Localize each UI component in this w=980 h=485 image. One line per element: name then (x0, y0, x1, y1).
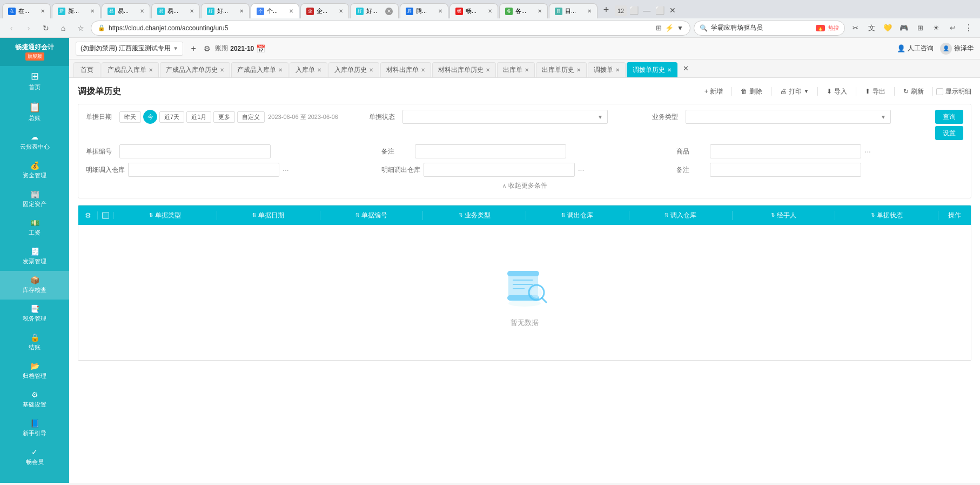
goods-dots-btn[interactable]: ··· (864, 147, 871, 156)
forward-btn[interactable]: › (22, 21, 36, 35)
service-btn[interactable]: 👤 人工咨询 (897, 44, 934, 53)
tab8-close[interactable]: ✕ (385, 8, 393, 15)
sidebar-item-fixed-asset[interactable]: 🏢 固定资产 (0, 185, 69, 214)
th-check[interactable] (98, 212, 114, 219)
remark-input[interactable] (415, 144, 566, 158)
user-info[interactable]: 👤 徐泽华 (940, 43, 974, 55)
date-btn-more[interactable]: 更多 (213, 111, 235, 123)
browser-tab-3[interactable]: 易 易... ✕ (102, 3, 150, 18)
export-btn[interactable]: ⬆ 导出 (860, 84, 891, 98)
date-btn-custom[interactable]: 自定义 (237, 111, 265, 123)
transfer-history-tab-close[interactable]: ✕ (667, 67, 672, 73)
in-order-tab-close[interactable]: ✕ (317, 67, 321, 73)
sidebar-item-report[interactable]: ☁ 云报表中心 (0, 128, 69, 156)
browser-tab-12[interactable]: 目 目... ✕ (549, 3, 598, 18)
page-tab-out-history[interactable]: 出库单历史 ✕ (536, 62, 587, 77)
page-tab-product-in[interactable]: 产成品入库单 ✕ (102, 62, 159, 77)
browser-tab-5[interactable]: 好 好... ✕ (201, 3, 250, 18)
sidebar-item-payroll[interactable]: 💵 工资 (0, 214, 69, 242)
th-order-type[interactable]: ⇅ 单据类型 (114, 211, 217, 220)
browser-tab-1[interactable]: 在 在... ✕ (2, 3, 51, 18)
out-history-tab-close[interactable]: ✕ (576, 67, 581, 73)
page-tab-transfer-history[interactable]: 调拨单历史 ✕ (627, 62, 677, 77)
tab3-close[interactable]: ✕ (140, 8, 144, 14)
page-tab-transfer[interactable]: 调拨单 ✕ (588, 62, 626, 77)
biztype-select[interactable]: ▼ (686, 110, 891, 124)
print-btn[interactable]: 🖨 打印 ▼ (775, 84, 814, 98)
sidebar-item-archive[interactable]: 📂 归档管理 (0, 357, 69, 386)
maximize-btn[interactable]: ⬜ (654, 4, 666, 16)
sidebar-item-capital[interactable]: 💰 资金管理 (0, 156, 69, 185)
collapse-bar[interactable]: ∧ 收起更多条件 (86, 179, 963, 192)
status-select[interactable]: ▼ (402, 110, 608, 124)
game-icon[interactable]: 🎮 (897, 21, 911, 35)
th-out-warehouse[interactable]: ⇅ 调出仓库 (526, 211, 629, 220)
tab-active-close[interactable]: ✕ (289, 8, 293, 14)
product-in2-tab-close[interactable]: ✕ (278, 67, 283, 73)
in-history-tab-close[interactable]: ✕ (369, 67, 373, 73)
date-btn-7days[interactable]: 近7天 (159, 111, 184, 123)
sidebar-item-inventory[interactable]: 📦 库存核查 (0, 271, 69, 300)
out-order-tab-close[interactable]: ✕ (525, 67, 529, 73)
lightning-icon[interactable]: ⚡ (665, 24, 674, 32)
browser-tab-active[interactable]: 个 个... ✕ (251, 3, 299, 18)
display-toggle[interactable]: 显示明细 (936, 87, 971, 96)
sidebar-item-member[interactable]: ✓ 畅会员 (0, 443, 69, 471)
th-order-date[interactable]: ⇅ 单据日期 (217, 211, 320, 220)
page-tab-in-order[interactable]: 入库单 ✕ (290, 62, 327, 77)
import-btn[interactable]: ⬇ 导入 (821, 84, 853, 98)
orderno-input[interactable] (119, 144, 271, 158)
product-in-history-tab-close[interactable]: ✕ (220, 67, 224, 73)
detail-out-dots-btn[interactable]: ··· (578, 165, 585, 174)
expand-icon[interactable]: ▼ (677, 24, 683, 32)
browser-tab-4[interactable]: 易 易... ✕ (151, 3, 200, 18)
date-btn-today[interactable]: 今 (143, 110, 157, 124)
date-btn-yesterday[interactable]: 昨天 (119, 111, 141, 123)
browser-tab-9[interactable]: 腾 腾... ✕ (400, 3, 448, 18)
settings-gear-icon[interactable]: ⚙ (204, 44, 211, 53)
th-order-no[interactable]: ⇅ 单据编号 (320, 211, 424, 220)
tab12-close[interactable]: ✕ (587, 8, 592, 14)
close-all-tabs-btn[interactable]: ✕ (679, 61, 693, 76)
page-tab-product-in-history[interactable]: 产成品入库单历史 ✕ (160, 62, 230, 77)
new-btn[interactable]: + 新增 (699, 84, 728, 98)
menu-dots-icon[interactable]: ⋮ (962, 21, 976, 35)
minimize-btn[interactable]: — (641, 4, 653, 16)
filter-settings-btn[interactable]: 设置 (935, 126, 963, 140)
wallet-icon[interactable]: 💛 (881, 21, 895, 35)
brightness-icon[interactable]: ☀ (929, 21, 943, 35)
tab10-close[interactable]: ✕ (488, 8, 492, 14)
material-out-history-tab-close[interactable]: ✕ (486, 67, 490, 73)
search-bar[interactable]: 🔍 学霸应聘场驱鸟员 🔥 热搜 (694, 21, 845, 36)
th-status[interactable]: ⇅ 单据状态 (835, 211, 938, 220)
transfer-tab-close[interactable]: ✕ (615, 67, 620, 73)
translate-icon[interactable]: 文 (864, 21, 878, 35)
th-handler[interactable]: ⇅ 经手人 (733, 211, 836, 220)
page-tab-in-history[interactable]: 入库单历史 ✕ (328, 62, 379, 77)
browser-tab-7[interactable]: 企 企... ✕ (300, 3, 349, 18)
add-company-btn[interactable]: + (187, 43, 199, 55)
home-btn[interactable]: ⌂ (56, 21, 70, 35)
detail-out-input[interactable] (424, 163, 575, 177)
sidebar-item-tax[interactable]: 📑 税务管理 (0, 300, 69, 328)
detail-in-dots-btn[interactable]: ··· (283, 165, 289, 174)
tab2-close[interactable]: ✕ (90, 8, 95, 14)
detail-in-input[interactable] (128, 163, 279, 177)
material-out-tab-close[interactable]: ✕ (421, 67, 425, 73)
th-in-warehouse[interactable]: ⇅ 调入仓库 (629, 211, 733, 220)
refresh-btn[interactable]: ↻ (39, 21, 53, 35)
browser-tab-8[interactable]: 好 好... ✕ (350, 3, 399, 18)
delete-btn[interactable]: 🗑 删除 (735, 84, 768, 98)
sidebar-item-home[interactable]: ⊞ 首页 (0, 66, 69, 97)
remark2-input[interactable] (710, 163, 861, 177)
back-btn[interactable]: ‹ (4, 21, 18, 35)
th-gear[interactable]: ⚙ (78, 211, 98, 220)
sidebar-item-guide[interactable]: 📘 新手引导 (0, 414, 69, 443)
scissors-icon[interactable]: ✂ (848, 21, 862, 35)
new-tab-button[interactable]: + (599, 2, 614, 17)
browser-tab-2[interactable]: 新 新... ✕ (52, 3, 100, 18)
tab11-close[interactable]: ✕ (538, 8, 542, 14)
tab9-close[interactable]: ✕ (438, 8, 442, 14)
extensions-icon[interactable]: ⬜ (628, 4, 640, 16)
refresh-btn[interactable]: ↻ 刷新 (898, 84, 929, 98)
